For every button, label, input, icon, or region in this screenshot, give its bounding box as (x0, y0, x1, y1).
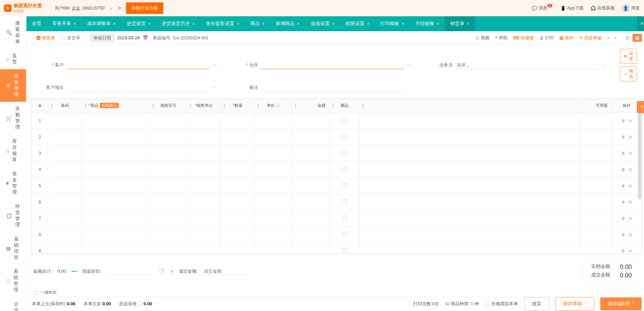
address-picker-icon[interactable]: ⋯ (213, 85, 217, 90)
cell-spec[interactable] (150, 178, 187, 194)
cell-amount[interactable] (292, 194, 329, 210)
gift-checkbox[interactable] (342, 183, 347, 188)
table-row[interactable]: 1 🗑⧉ (32, 113, 642, 129)
cell-barcode[interactable] (48, 227, 82, 243)
address-input[interactable] (67, 83, 209, 92)
cell-gift[interactable] (329, 194, 360, 210)
delete-icon[interactable]: 🗑 (621, 183, 625, 188)
cell-product[interactable] (82, 210, 150, 227)
cell-product[interactable] (82, 178, 150, 194)
settings-button[interactable]: ⚙设置 (620, 49, 637, 64)
cell-barcode[interactable] (48, 210, 82, 227)
tab-2[interactable]: 成本调整单✕ (82, 16, 121, 31)
view-card[interactable]: ▦ (632, 34, 642, 42)
close-icon[interactable]: ✕ (466, 22, 470, 26)
cell-spec[interactable] (150, 194, 187, 210)
deal-amount-input[interactable] (203, 268, 251, 275)
gift-checkbox[interactable] (342, 248, 347, 253)
cell-amount[interactable] (292, 129, 329, 145)
sidebar-item-2[interactable]: ⚙销售管理 (0, 69, 26, 102)
cell-spec[interactable] (150, 145, 187, 161)
copy-icon[interactable]: ⧉ (629, 216, 632, 221)
cell-price[interactable] (255, 129, 292, 145)
col-product[interactable]: ▲▼*商品扫码录入 (82, 99, 150, 113)
close-icon[interactable]: ✕ (113, 22, 116, 26)
close-icon[interactable]: ✕ (332, 22, 335, 26)
delete-icon[interactable]: 🗑 (621, 135, 625, 139)
table-row[interactable]: 7 🗑⧉ (32, 210, 642, 227)
side-float-tab[interactable]: ✎ (637, 101, 644, 113)
close-icon[interactable]: ✕ (297, 22, 300, 26)
tenant-selector[interactable]: 用户690企业1660120750 ⌄ ⚙ (55, 5, 121, 11)
tab-12[interactable]: 销货单✕ (445, 16, 475, 31)
col-spec[interactable]: ▲▼规格型号 (150, 99, 187, 113)
table-row[interactable]: 9 🗑⧉ (32, 243, 642, 254)
table-row[interactable]: 4 🗑⧉ (32, 161, 642, 178)
print-link[interactable]: 🖨打印 (539, 35, 554, 41)
warehouse-picker-icon[interactable]: ⋯ (407, 63, 412, 67)
table-scrollbar[interactable] (638, 113, 641, 236)
cell-unit[interactable] (187, 113, 221, 129)
gift-checkbox[interactable] (342, 232, 347, 236)
table-row[interactable]: 6 🗑⧉ (32, 194, 642, 210)
sidebar-item-8[interactable]: ◌系统管理 (0, 265, 26, 297)
history-link[interactable]: ↺历史单据 (579, 35, 602, 41)
cell-product[interactable] (82, 194, 150, 210)
messages-link[interactable]: 💬 消息 6 (532, 5, 554, 11)
tab-4[interactable]: 进货退货历史✕ (156, 16, 201, 31)
gift-checkbox[interactable] (342, 216, 347, 220)
cell-gift[interactable] (329, 145, 360, 161)
col-barcode[interactable]: ▲▼条码 (48, 99, 82, 113)
cell-price[interactable] (255, 178, 292, 194)
cell-qty[interactable] (221, 129, 255, 145)
cell-qty[interactable] (221, 113, 255, 129)
cell-price[interactable] (255, 194, 292, 210)
delete-icon[interactable]: 🗑 (621, 200, 625, 205)
table-row[interactable]: 3 🗑⧉ (32, 145, 642, 161)
cell-product[interactable] (82, 227, 150, 243)
close-icon[interactable]: ✕ (367, 22, 370, 26)
col-available[interactable]: 可用量 (581, 99, 611, 113)
cell-product[interactable] (82, 145, 150, 161)
shortcut-link[interactable]: ⌨快捷键 (513, 35, 534, 41)
sidebar-item-6[interactable]: 📋经营管理 (0, 199, 26, 232)
col-qty[interactable]: ▲▼*数量 (221, 99, 255, 113)
customer-picker-icon[interactable]: ⋯ (213, 63, 217, 67)
logistics-button[interactable]: ＋物流 (620, 66, 637, 81)
col-gear[interactable]: ⚙ (32, 99, 48, 113)
cell-gift[interactable] (329, 161, 360, 178)
delete-icon[interactable]: 🗑 (621, 151, 625, 156)
ops-link[interactable]: ▦操作 (559, 35, 574, 41)
copy-icon[interactable]: ⧉ (629, 200, 632, 205)
cell-unit[interactable] (187, 210, 221, 227)
chevron-down-icon[interactable]: ⌄ (109, 6, 113, 11)
sidebar-item-0[interactable]: 🔍搜索菜单 (0, 16, 26, 49)
cell-barcode[interactable] (48, 145, 82, 161)
cell-spec[interactable] (150, 210, 187, 227)
user-menu[interactable]: 👤 用友 (622, 4, 640, 12)
delete-icon[interactable]: 🗑 (621, 167, 625, 172)
cell-price[interactable] (255, 145, 292, 161)
cell-amount[interactable] (292, 113, 329, 129)
cell-spec[interactable] (150, 243, 187, 254)
copy-icon[interactable]: ⧉ (629, 183, 632, 188)
cell-gift[interactable] (329, 243, 360, 254)
col-gift[interactable]: ▲▼赠品 (329, 99, 360, 113)
help-icon[interactable]: ⓘ (276, 103, 280, 108)
tab-9[interactable]: 权限设置✕ (340, 16, 375, 31)
cell-price[interactable] (255, 243, 292, 254)
tab-3[interactable]: 进货退货✕ (121, 16, 156, 31)
tab-6[interactable]: 商品✕ (245, 16, 270, 31)
cell-qty[interactable] (221, 210, 255, 227)
gift-checkbox[interactable] (342, 151, 347, 155)
cell-gift[interactable] (329, 178, 360, 194)
cell-product[interactable] (82, 243, 150, 254)
cell-price[interactable] (255, 161, 292, 178)
cell-gift[interactable] (329, 113, 360, 129)
save-and-new-button[interactable]: 保存&新增˄ (600, 297, 642, 310)
cell-price[interactable] (255, 113, 292, 129)
cell-unit[interactable] (187, 243, 221, 254)
cell-unit[interactable] (187, 194, 221, 210)
delete-icon[interactable]: 🗑 (621, 118, 625, 123)
tab-0[interactable]: 首页 (26, 16, 47, 31)
